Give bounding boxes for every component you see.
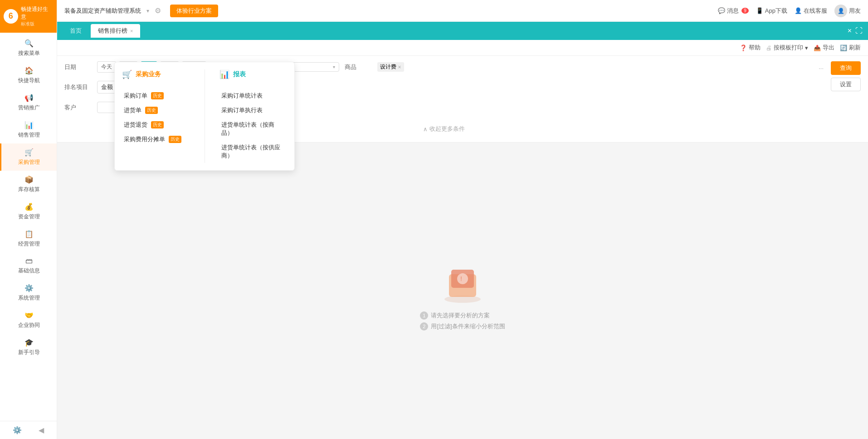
empty-icon: !: [435, 261, 490, 306]
logo-text: 畅捷通好生意: [21, 5, 53, 21]
message-icon: 💬: [718, 7, 725, 14]
user-label: 用友: [849, 7, 861, 15]
header-app-download[interactable]: 📱 App下载: [756, 7, 787, 15]
refresh-icon: 🔄: [840, 44, 847, 51]
toolbar-refresh-btn[interactable]: 🔄 刷新: [840, 44, 861, 52]
rank-label: 排名项目: [64, 83, 92, 91]
menu-item-purchase-expense[interactable]: 采购费用分摊单 历史: [122, 132, 190, 147]
sidebar-collapse-icon[interactable]: ◀: [39, 426, 44, 434]
query-button[interactable]: 查询: [831, 61, 861, 75]
export-label: 导出: [823, 44, 834, 52]
menu-section-purchase: 🛒 采购业务 采购订单 历史 进货单 历史 进货退货 历史 采购费用分摊单: [122, 69, 190, 163]
sidebar-item-inventory[interactable]: 📦 库存核算: [0, 171, 57, 198]
message-badge: 9: [741, 8, 749, 14]
header-message[interactable]: 💬 消息 9: [718, 7, 749, 15]
header-gear-icon[interactable]: ⚙: [155, 6, 161, 15]
content-area: ❓ 帮助 🖨 按模板打印 ▾ 📤 导出 🔄 刷新: [57, 40, 868, 439]
sidebar-label-basic: 基础信息: [18, 267, 40, 275]
empty-text: 1 请先选择要分析的方案 2 用[过滤]条件来缩小分析范围: [420, 311, 505, 333]
sidebar-item-system[interactable]: ⚙️ 系统管理: [0, 279, 57, 306]
settings-button[interactable]: 设置: [831, 78, 861, 91]
sidebar-label-quick: 快捷导航: [18, 77, 40, 84]
step1-num: 1: [420, 311, 428, 320]
sidebar-item-marketing[interactable]: 📢 营销推广: [0, 89, 57, 116]
inventory-icon: 📦: [24, 175, 34, 184]
report-section-icon: 📊: [219, 69, 229, 79]
toolbar: ❓ 帮助 🖨 按模板打印 ▾ 📤 导出 🔄 刷新: [57, 40, 868, 56]
sidebar-item-capital[interactable]: 💰 资金管理: [0, 198, 57, 225]
goods-tag: 设计费 ×: [377, 62, 404, 72]
sales-icon: 📊: [24, 121, 34, 129]
date-label: 日期: [64, 63, 92, 71]
logo-icon: 6: [4, 9, 18, 24]
sidebar-label-search: 搜索菜单: [18, 49, 40, 57]
industry-btn[interactable]: 体验行业方案: [170, 5, 218, 17]
tab-sales-ranking[interactable]: 销售排行榜 ×: [91, 24, 140, 38]
user-avatar: 👤: [834, 5, 847, 17]
help-label: 帮助: [749, 44, 761, 52]
sidebar-label-guide: 新手引导: [18, 349, 40, 356]
operations-icon: 📋: [24, 230, 34, 238]
menu-item-purchase-order-exec[interactable]: 采购订单执行表: [219, 103, 288, 118]
menu-item-incoming[interactable]: 进货单 历史: [122, 103, 190, 118]
tab-sales-ranking-close[interactable]: ×: [130, 28, 133, 34]
print-label: 按模板打印: [774, 44, 803, 52]
tab-expand-btn[interactable]: ⛶: [855, 27, 863, 35]
footer-settings-icon[interactable]: ⚙️: [13, 426, 22, 434]
enterprise-icon: 🤝: [24, 311, 34, 320]
incoming-badge: 历史: [145, 107, 158, 114]
sidebar-item-basic[interactable]: 🗃 基础信息: [0, 252, 57, 279]
header-user[interactable]: 👤 用友: [834, 5, 861, 17]
capital-icon: 💰: [24, 202, 34, 211]
return-badge: 历史: [151, 121, 164, 128]
date-preset-today[interactable]: 今天: [97, 61, 116, 73]
sidebar-item-purchase[interactable]: 🛒 采购管理: [0, 143, 57, 171]
sidebar-item-quick[interactable]: 🏠 快捷导航: [0, 62, 57, 89]
menu-item-purchase-order-stats[interactable]: 采购订单统计表: [219, 89, 288, 103]
logo-text-group: 畅捷通好生意 标准版: [21, 5, 53, 27]
sidebar-label-inventory: 库存核算: [18, 186, 40, 193]
sidebar-item-search[interactable]: 🔍 搜索菜单: [0, 35, 57, 62]
sidebar-item-sales[interactable]: 📊 销售管理: [0, 116, 57, 143]
search-icon: 🔍: [24, 39, 34, 48]
sidebar-item-guide[interactable]: 🎓 新手引导: [0, 334, 57, 361]
tab-close-btn[interactable]: ×: [848, 27, 852, 35]
sidebar-footer: ⚙️ ◀: [0, 421, 57, 439]
sidebar-label-capital: 资金管理: [18, 213, 40, 221]
purchase-order-badge: 历史: [151, 92, 164, 99]
print-dropdown-icon: ▾: [805, 44, 808, 51]
tab-home[interactable]: 首页: [63, 24, 89, 38]
online-service-label: 在线客服: [804, 7, 827, 15]
sidebar-nav: 🔍 搜索菜单 🏠 快捷导航 📢 营销推广 📊 销售管理 🛒 采购管理 📦 库存核…: [0, 33, 57, 421]
sidebar-label-purchase: 采购管理: [18, 158, 40, 166]
header-online-service[interactable]: 👤 在线客服: [795, 7, 827, 15]
report-section-label: 报表: [233, 70, 246, 79]
sidebar-item-operations[interactable]: 📋 经营管理: [0, 225, 57, 252]
status-dropdown-arrow: ▾: [333, 64, 335, 69]
tab-home-label: 首页: [70, 27, 82, 35]
menu-item-return[interactable]: 进货退货 历史: [122, 118, 190, 132]
incoming-stats-goods-label: 进货单统计表（按商品）: [221, 121, 286, 137]
purchase-section-icon: 🛒: [122, 69, 132, 79]
marketing-icon: 📢: [24, 94, 34, 102]
online-service-icon: 👤: [795, 7, 802, 14]
report-section-title: 📊 报表: [219, 69, 288, 83]
toolbar-export-btn[interactable]: 📤 导出: [814, 44, 834, 52]
step1-text: 请先选择要分析的方案: [431, 311, 490, 320]
header-dropdown-arrow[interactable]: ▾: [146, 8, 149, 14]
toolbar-help-btn[interactable]: ❓ 帮助: [740, 44, 761, 52]
step2-text: 用[过滤]条件来缩小分析范围: [431, 322, 505, 330]
return-label: 进货退货: [124, 121, 147, 129]
row1-dots[interactable]: ...: [819, 64, 824, 70]
goods-tag-close[interactable]: ×: [398, 64, 401, 70]
menu-item-purchase-order[interactable]: 采购订单 历史: [122, 89, 190, 103]
home-icon: 🏠: [24, 66, 34, 75]
toolbar-print-btn[interactable]: 🖨 按模板打印 ▾: [766, 44, 808, 52]
menu-item-incoming-stats-goods[interactable]: 进货单统计表（按商品）: [219, 118, 288, 140]
system-icon: ⚙️: [24, 284, 34, 292]
purchase-section-label: 采购业务: [136, 70, 161, 79]
basic-icon: 🗃: [25, 257, 33, 265]
menu-divider: [205, 69, 205, 163]
menu-item-incoming-stats-supplier[interactable]: 进货单统计表（按供应商）: [219, 140, 288, 163]
sidebar-item-enterprise[interactable]: 🤝 企业协同: [0, 306, 57, 334]
